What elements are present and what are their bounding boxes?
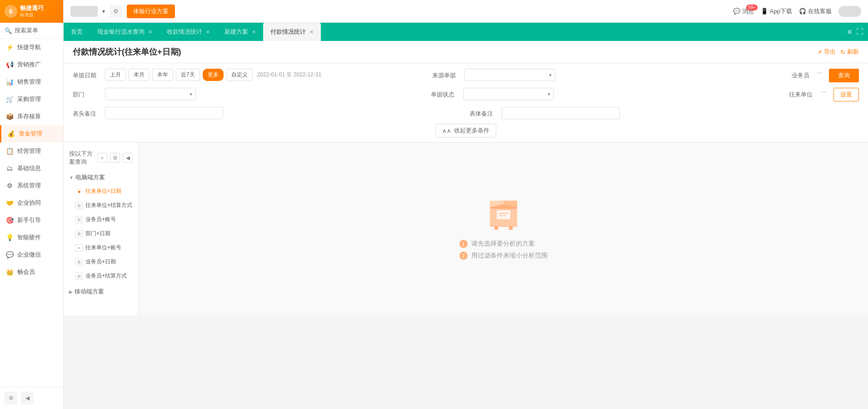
sidebar-item-system[interactable]: ⚙ 系统管理: [0, 177, 63, 194]
tab-payment-stats[interactable]: 付款情况统计 ✕: [263, 23, 321, 41]
header-left: ▾ ⚙ 体验行业方案: [70, 5, 175, 18]
body-note-input[interactable]: [502, 107, 620, 119]
counterpart-more-btn[interactable]: ···: [821, 88, 827, 95]
panel-item-label: 业务员+账号: [85, 216, 116, 223]
salesperson-more-btn[interactable]: ···: [817, 69, 822, 76]
sidebar-item-marketing[interactable]: 📢 营销推广: [0, 56, 63, 73]
sidebar-item-operation[interactable]: 📋 经营管理: [0, 142, 63, 160]
section-arrow-icon: ▶: [69, 289, 73, 294]
salesperson-label: 业务员: [792, 69, 810, 80]
empty-text: 1 请先选择要分析的方案 2 用过滤条件来缩小分析范围: [459, 240, 548, 263]
sidebar-item-inventory[interactable]: 📦 库存核算: [0, 108, 63, 125]
grid-icon: ⊞: [75, 216, 83, 223]
search-menu[interactable]: 🔍 搜索菜单: [0, 23, 63, 39]
date-filter-content: 上月 本月 本年 近7天 更多 自定义 2022-01-01 至 2022-12…: [105, 69, 425, 81]
service-btn[interactable]: 🎧 在线客服: [799, 7, 832, 15]
date-btn-this-year[interactable]: 本年: [152, 69, 173, 81]
guide-icon: 🎯: [5, 216, 14, 224]
tab-new-plan[interactable]: 新建方案 ✕: [217, 23, 263, 41]
sidebar-item-guide[interactable]: 🎯 新手引导: [0, 212, 63, 229]
doc-status-select[interactable]: [463, 88, 554, 100]
tab-close-icon[interactable]: ✕: [206, 29, 210, 35]
sidebar-item-wechat[interactable]: 💬 企业微信: [0, 246, 63, 263]
right-main: 1 请先选择要分析的方案 2 用过滤条件来缩小分析范围: [139, 142, 868, 315]
collapse-sidebar-btn[interactable]: ◀: [21, 392, 34, 404]
counterpart-content: ···: [821, 88, 827, 95]
sidebar-item-quick-nav[interactable]: ⚡ 快捷导航: [0, 39, 63, 56]
gear-btn[interactable]: ⚙: [110, 5, 122, 18]
sidebar-item-member[interactable]: 👑 畅会员: [0, 263, 63, 281]
date-btn-last-month[interactable]: 上月: [105, 69, 126, 81]
sidebar-item-label: 快捷导航: [17, 43, 41, 51]
panel-item-counterpart-account[interactable]: ≡ 往来单位+账号: [64, 241, 138, 255]
date-btn-more[interactable]: 更多: [203, 69, 224, 81]
panel-item-dept-date[interactable]: ⊞ 部门+日期: [64, 227, 138, 241]
date-btn-custom[interactable]: 自定义: [226, 69, 253, 81]
sidebar-item-company[interactable]: 🤝 企业协同: [0, 194, 63, 212]
date-btn-this-month[interactable]: 本月: [129, 69, 150, 81]
notice-icon: 💬: [733, 8, 740, 15]
tab-close-icon[interactable]: ✕: [148, 29, 152, 35]
content-area: 按以下方案查询 ＋ ⚙ ◀ ▼ 电脑端方案 ● 往来单位+日期: [64, 142, 868, 315]
body-note-label: 表体备注: [469, 107, 495, 118]
tab-home[interactable]: 首页: [64, 23, 90, 41]
desktop-section-title[interactable]: ▼ 电脑端方案: [64, 171, 138, 184]
sidebar-item-label: 畅会员: [17, 268, 35, 276]
tab-home-label: 首页: [71, 28, 83, 36]
sidebar-item-label: 基础信息: [17, 164, 41, 172]
app-download-btn[interactable]: 📱 App下载: [761, 7, 792, 15]
settings-btn[interactable]: 设置: [833, 88, 859, 101]
panel-item-salesperson-account[interactable]: ⊞ 业务员+账号: [64, 212, 138, 227]
source-select[interactable]: [464, 69, 555, 81]
export-label: 导出: [824, 48, 836, 56]
sidebar-item-hardware[interactable]: 💡 智能硬件: [0, 229, 63, 246]
notice-btn[interactable]: 💬 消息 99+: [733, 7, 754, 15]
page-content: 付款情况统计(往来单位+日期) ↗ 导出 ↻ 刷新 单据日期 上月: [64, 41, 868, 409]
panel-item-salesperson-date[interactable]: ⊞ 业务员+日期: [64, 255, 138, 269]
panel-item-counterpart-date[interactable]: ● 往来单位+日期: [64, 184, 138, 198]
source-select-wrapper: [464, 69, 555, 81]
active-dot-icon: ●: [75, 188, 83, 195]
step1-num: 1: [459, 240, 468, 248]
query-btn[interactable]: 查询: [829, 69, 859, 82]
settings-btn[interactable]: ⚙: [5, 392, 17, 404]
export-btn[interactable]: ↗ 导出: [817, 48, 836, 56]
panel-add-btn[interactable]: ＋: [97, 153, 107, 163]
tab-close-icon[interactable]: ✕: [252, 29, 256, 35]
sidebar-item-basic[interactable]: 🗂 基础信息: [0, 160, 63, 177]
close-all-tabs-btn[interactable]: ✕: [847, 28, 853, 36]
refresh-btn[interactable]: ↻ 刷新: [840, 48, 859, 56]
header-dropdown[interactable]: ▾: [102, 8, 105, 15]
tab-receipt-stats[interactable]: 收款情况统计 ✕: [160, 23, 217, 41]
filter-row-2: 部门 单据状态: [73, 88, 859, 101]
tab-cash-flow[interactable]: 现金银行流水查询 ✕: [90, 23, 160, 41]
panel-title: 按以下方案查询: [69, 150, 97, 166]
panel-item-counterpart-settle[interactable]: ⊞ 往来单位+结算方式: [64, 198, 138, 212]
panel-collapse-btn[interactable]: ◀: [123, 153, 133, 163]
empty-icon: [481, 194, 526, 231]
system-icon: ⚙: [5, 182, 14, 190]
sidebar-item-label: 销售管理: [17, 78, 41, 86]
filter-section: 单据日期 上月 本月 本年 近7天 更多 自定义 2022-01-01 至 20…: [64, 63, 868, 142]
date-btn-7days[interactable]: 近7天: [176, 69, 200, 81]
main-area: ▾ ⚙ 体验行业方案 💬 消息 99+ 📱 App下载 🎧 在线客服: [64, 0, 868, 409]
tab-controls: ✕ ⛶: [842, 28, 868, 36]
header-note-input[interactable]: [105, 107, 223, 119]
sidebar-bottom: ⚙ ◀: [0, 387, 63, 409]
left-panel: 按以下方案查询 ＋ ⚙ ◀ ▼ 电脑端方案 ● 往来单位+日期: [64, 142, 139, 315]
collapse-more-btn[interactable]: ∧∧ 收起更多条件: [435, 124, 496, 137]
search-icon: 🔍: [5, 27, 12, 34]
sidebar-item-sales[interactable]: 📊 销售管理: [0, 73, 63, 91]
sidebar-item-finance[interactable]: 💰 资金管理: [0, 125, 63, 142]
sidebar-item-label: 系统管理: [17, 182, 41, 190]
panel-settings-btn[interactable]: ⚙: [110, 153, 120, 163]
step2-text: 用过滤条件来缩小分析范围: [471, 252, 548, 260]
expand-tabs-btn[interactable]: ⛶: [856, 28, 863, 36]
sidebar-item-label: 库存核算: [17, 112, 41, 121]
trial-btn[interactable]: 体验行业方案: [127, 5, 175, 18]
sidebar-item-purchase[interactable]: 🛒 采购管理: [0, 91, 63, 108]
mobile-section-title[interactable]: ▶ 移动端方案: [64, 285, 138, 298]
dept-select[interactable]: [105, 88, 196, 100]
panel-item-salesperson-settle[interactable]: ⊞ 业务员+结算方式: [64, 269, 138, 283]
tab-close-icon[interactable]: ✕: [309, 29, 314, 35]
